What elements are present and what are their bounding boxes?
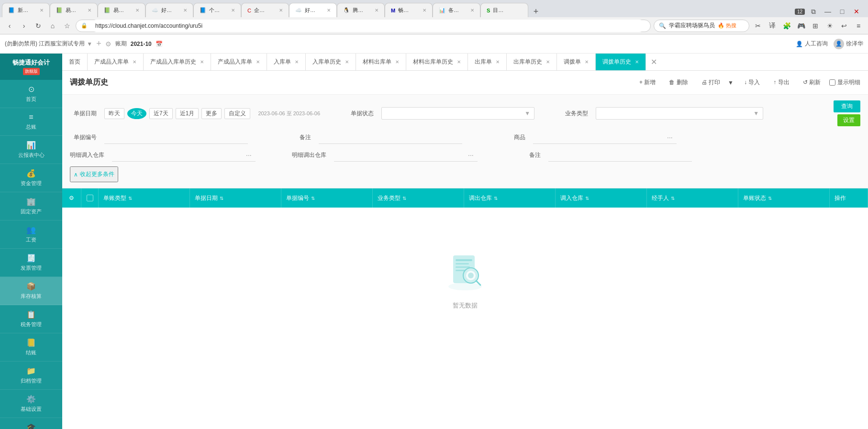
sidebar-item-closing[interactable]: 📒 结账 <box>0 333 62 362</box>
out-warehouse-ellipsis-button[interactable]: ··· <box>468 151 474 159</box>
sun-button[interactable]: ☀ <box>824 20 835 32</box>
new-button[interactable]: + 新增 <box>634 77 660 88</box>
export-button[interactable]: ↑ 导出 <box>768 77 794 88</box>
browser-tab-1[interactable]: 📘 新… ✕ <box>2 3 50 17</box>
maximize-button[interactable]: □ <box>836 6 848 17</box>
sidebar-item-home[interactable]: ⊙ 首页 <box>0 80 62 108</box>
close-browser-button[interactable]: ✕ <box>851 6 862 17</box>
forward-button[interactable]: › <box>18 20 30 32</box>
tools-button[interactable]: ✂ <box>752 20 764 32</box>
minimize-button[interactable]: — <box>822 6 834 17</box>
address-bar[interactable] <box>90 20 645 32</box>
app-tab-6[interactable]: 材料出库单 ✕ <box>356 54 406 71</box>
tab-close-3[interactable]: ✕ <box>135 8 139 13</box>
query-button[interactable]: 查询 <box>834 100 860 112</box>
date-btn-more[interactable]: 更多 <box>201 108 222 119</box>
app-tab-7[interactable]: 材料出库单历史 ✕ <box>406 54 468 71</box>
goods-input[interactable] <box>533 131 667 143</box>
note-input[interactable] <box>548 149 692 162</box>
browser-tab-6[interactable]: C 企… ✕ <box>241 3 289 17</box>
sidebar-item-inventory[interactable]: 📦 库存核算 <box>0 277 62 305</box>
app-tab-2[interactable]: 产成品入库单历史 ✕ <box>144 54 211 71</box>
th-out-warehouse[interactable]: 调出仓库 ⇅ <box>464 188 556 208</box>
sidebar-item-archive[interactable]: 📁 归档管理 <box>0 362 62 390</box>
sidebar-item-guide[interactable]: 🎓 新手引导 <box>0 418 62 429</box>
refresh-button[interactable]: ↺ 刷新 <box>798 77 825 88</box>
home-button[interactable]: ⌂ <box>47 20 58 32</box>
app-tab-11-close[interactable]: ✕ <box>635 59 639 65</box>
th-out-warehouse-sort[interactable]: ⇅ <box>494 196 498 201</box>
app-tab-9-close[interactable]: ✕ <box>546 59 550 65</box>
app-tab-4-close[interactable]: ✕ <box>295 59 299 65</box>
app-tab-7-close[interactable]: ✕ <box>457 59 461 65</box>
app-tab-3-close[interactable]: ✕ <box>256 59 260 65</box>
app-tab-3[interactable]: 产成品入库单 ✕ <box>211 54 267 71</box>
extension-button[interactable]: 🧩 <box>781 20 792 32</box>
tab-close-1[interactable]: ✕ <box>40 8 44 13</box>
th-in-warehouse[interactable]: 调入仓库 ⇅ <box>556 188 647 208</box>
th-business-type-sort[interactable]: ⇅ <box>402 196 406 201</box>
app-tab-9[interactable]: 出库单历史 ✕ <box>507 54 557 71</box>
app-tab-8-close[interactable]: ✕ <box>496 59 500 65</box>
period-selector[interactable]: 账期 2021-10 📅 <box>115 40 163 48</box>
date-btn-1month[interactable]: 近1月 <box>176 108 199 119</box>
browser-tab-4[interactable]: ☁️ 好… ✕ <box>145 3 193 17</box>
translate-button[interactable]: 译 <box>767 20 778 32</box>
settings-gear-button[interactable]: ⚙ <box>105 40 111 48</box>
undo-button[interactable]: ↩ <box>838 20 850 32</box>
sidebar-item-ledger[interactable]: ≡ 总账 <box>0 108 62 136</box>
tab-close-5[interactable]: ✕ <box>231 8 235 13</box>
app-tab-8[interactable]: 出库单 ✕ <box>468 54 507 71</box>
sidebar-item-assets[interactable]: 🏢 固定资产 <box>0 192 62 220</box>
browser-tab-10[interactable]: 📊 各… ✕ <box>433 3 480 17</box>
print-dropdown-button[interactable]: ▼ <box>726 77 735 88</box>
user-action[interactable]: 👤 徐泽华 <box>834 39 863 49</box>
th-doc-status[interactable]: 单账状态 ⇅ <box>738 188 830 208</box>
browser-tab-7[interactable]: ☁️ 好… ✕ <box>289 3 337 17</box>
business-type-select[interactable]: ▼ <box>596 107 763 120</box>
tab-close-9[interactable]: ✕ <box>423 8 426 13</box>
app-tab-10[interactable]: 调拨单 ✕ <box>557 54 596 71</box>
th-settings[interactable]: ⚙ <box>62 188 81 208</box>
tab-close-8[interactable]: ✕ <box>375 8 378 13</box>
menu-button[interactable]: ≡ <box>853 20 864 32</box>
reload-button[interactable]: ↻ <box>33 20 44 32</box>
company-selector[interactable]: (勿删勿禁用) 江西服宝测试专用 ▼ <box>5 40 92 48</box>
browser-tab-11[interactable]: S 目… <box>480 3 528 17</box>
in-warehouse-input[interactable] <box>112 149 246 161</box>
th-doc-number-sort[interactable]: ⇅ <box>311 196 315 201</box>
restore-button[interactable]: ⧉ <box>808 6 819 17</box>
app-tab-5-close[interactable]: ✕ <box>345 59 349 65</box>
game-button[interactable]: 🎮 <box>795 20 807 32</box>
th-doc-date[interactable]: 单据日期 ⇅ <box>190 188 281 208</box>
date-btn-custom[interactable]: 自定义 <box>224 108 250 119</box>
out-warehouse-input[interactable] <box>334 149 468 161</box>
bookmark-button[interactable]: ☆ <box>61 20 73 32</box>
th-doc-type[interactable]: 单账类型 ⇅ <box>99 188 190 208</box>
display-toggle-checkbox[interactable] <box>829 79 835 86</box>
date-btn-7days[interactable]: 近7天 <box>149 108 173 119</box>
th-doc-number[interactable]: 单据编号 ⇅ <box>281 188 373 208</box>
browser-tab-2[interactable]: 📗 易… ✕ <box>50 3 98 17</box>
tab-close-4[interactable]: ✕ <box>183 8 187 13</box>
browser-tab-5[interactable]: 📘 个… ✕ <box>193 3 241 17</box>
tab-close-10[interactable]: ✕ <box>470 8 474 13</box>
tab-close-7[interactable]: ✕ <box>327 8 331 13</box>
app-tab-1-close[interactable]: ✕ <box>133 59 136 65</box>
th-doc-status-sort[interactable]: ⇅ <box>768 196 772 201</box>
sidebar-item-payroll[interactable]: 👥 工资 <box>0 220 62 249</box>
app-tab-2-close[interactable]: ✕ <box>200 59 204 65</box>
th-checkbox[interactable] <box>81 188 99 208</box>
sidebar-item-tax[interactable]: 📋 税务管理 <box>0 305 62 333</box>
grid-button[interactable]: ⊞ <box>810 20 821 32</box>
app-tab-10-close[interactable]: ✕ <box>585 59 589 65</box>
app-tab-11[interactable]: 调拨单历史 ✕ <box>596 54 646 71</box>
sidebar-item-reports[interactable]: 📊 云报表中心 <box>0 136 62 164</box>
new-tab-button[interactable]: + <box>530 6 542 17</box>
remark-input[interactable] <box>319 132 462 144</box>
app-tab-1[interactable]: 产成品入库单 ✕ <box>88 54 144 71</box>
date-btn-today[interactable]: 今天 <box>127 108 146 119</box>
doc-number-input[interactable] <box>104 132 248 144</box>
sidebar-item-basic-settings[interactable]: ⚙️ 基础设置 <box>0 390 62 418</box>
in-warehouse-ellipsis-button[interactable]: ··· <box>246 151 252 159</box>
